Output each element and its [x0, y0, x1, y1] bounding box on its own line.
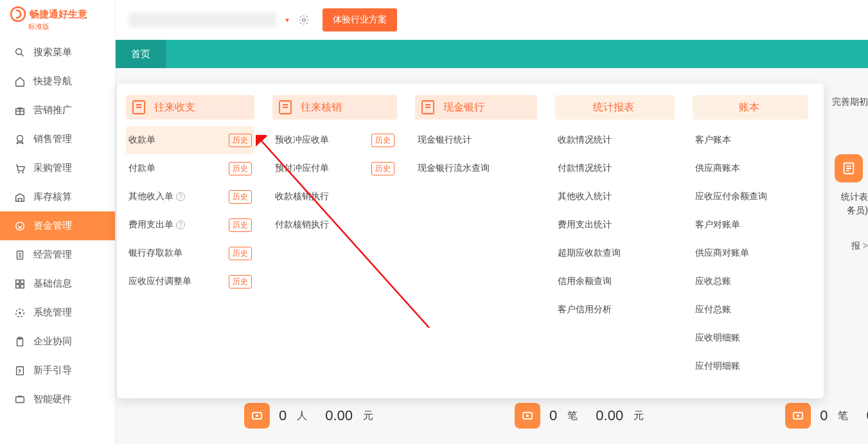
menu-item-label: 其他收入统计 — [558, 191, 612, 202]
history-badge[interactable]: 历史 — [229, 134, 252, 147]
sidebar-item-6[interactable]: 资金管理 — [0, 211, 115, 240]
hint-text: 务员) — [841, 204, 868, 217]
sidebar-item-9[interactable]: 系统管理 — [0, 298, 115, 327]
menu-item[interactable]: 应收明细账 — [693, 324, 808, 352]
history-badge[interactable]: 历史 — [229, 247, 252, 260]
sidebar-item-3[interactable]: 销售管理 — [0, 125, 115, 154]
warehouse-icon — [14, 191, 26, 203]
menu-item[interactable]: 其他收入单?历史 — [126, 182, 254, 211]
ledger-icon — [276, 98, 294, 116]
svg-point-18 — [303, 19, 306, 22]
sidebar-item-0[interactable]: 搜索菜单 — [0, 38, 115, 67]
sidebar-item-2[interactable]: 营销推广 — [0, 96, 115, 125]
history-badge[interactable]: 历史 — [229, 190, 252, 204]
gear-icon[interactable] — [298, 14, 310, 26]
tv-icon — [14, 394, 26, 405]
history-badge[interactable]: 历史 — [229, 162, 252, 175]
menu-item[interactable]: 应收应付余额查询 — [693, 182, 808, 211]
sidebar-item-12[interactable]: 智能硬件 — [0, 385, 115, 414]
svg-point-3 — [17, 135, 23, 141]
history-badge[interactable]: 历史 — [229, 218, 252, 232]
menu-item[interactable]: 收款核销执行 — [272, 182, 397, 211]
menu-item[interactable]: 客户账本 — [693, 126, 808, 154]
history-badge[interactable]: 历史 — [229, 275, 252, 289]
menu-item-label: 费用支出统计 — [558, 219, 612, 231]
history-badge[interactable]: 历史 — [371, 134, 394, 147]
mega-column-4: 账本客户账本供应商账本应收应付余额查询客户对账单供应商对账单应收总账应付总账应收… — [684, 95, 817, 380]
menu-item-label: 现金银行流水查询 — [418, 163, 490, 174]
brand-logo-icon — [10, 6, 26, 22]
menu-item[interactable]: 费用支出统计 — [555, 211, 675, 239]
doc-icon — [14, 249, 26, 261]
logo-block: 畅捷通好生意 标准版 — [0, 0, 115, 34]
hint-text: 统计表 — [841, 190, 868, 204]
mega-column-header: 账本 — [693, 95, 808, 120]
report-link[interactable]: 报 — [851, 240, 868, 252]
sidebar-item-10[interactable]: 企业协同 — [0, 327, 115, 356]
sidebar-item-8[interactable]: 基础信息 — [0, 269, 115, 298]
trial-plan-button[interactable]: 体验行业方案 — [323, 8, 397, 31]
menu-item-label: 现金银行统计 — [418, 134, 472, 146]
summary-card-0: 0人0.00元 — [244, 395, 373, 436]
menu-item[interactable]: 付款单历史 — [126, 154, 254, 182]
menu-item[interactable]: 其他收入统计 — [555, 182, 675, 211]
menu-item[interactable]: 现金银行流水查询 — [415, 154, 537, 182]
svg-point-0 — [11, 7, 25, 21]
mega-column-title: 现金银行 — [443, 101, 484, 114]
card-value: 0.00 — [596, 407, 623, 424]
menu-item-label: 供应商账本 — [695, 163, 740, 174]
menu-item-label: 应收应付调整单 — [128, 276, 191, 287]
sidebar-item-5[interactable]: 库存核算 — [0, 182, 115, 211]
chevron-down-icon[interactable]: ▾ — [285, 15, 289, 24]
clipboard-icon — [14, 336, 26, 348]
svg-rect-11 — [21, 284, 24, 287]
menu-item[interactable]: 银行存取款单历史 — [126, 239, 254, 267]
menu-item[interactable]: 供应商账本 — [693, 154, 808, 182]
menu-item-label: 银行存取款单 — [128, 247, 182, 259]
menu-item[interactable]: 供应商对账单 — [693, 239, 808, 267]
menu-item[interactable]: 收款单历史 — [126, 126, 254, 154]
sidebar-item-label: 采购管理 — [33, 162, 72, 174]
menu-item[interactable]: 预收冲应收单历史 — [272, 126, 397, 154]
svg-point-5 — [22, 172, 23, 173]
menu-item[interactable]: 应收总账 — [693, 267, 808, 296]
help-icon[interactable]: ? — [176, 192, 185, 201]
menu-item-label: 应付总账 — [695, 304, 731, 315]
menu-item[interactable]: 现金银行统计 — [415, 126, 537, 154]
report-icon[interactable] — [835, 154, 863, 182]
menu-item-label: 收款情况统计 — [558, 134, 612, 146]
menu-item-label: 付款单 — [128, 163, 155, 174]
sidebar-item-label: 资金管理 — [33, 220, 72, 232]
summary-card-1: 0笔0.00元 — [515, 395, 644, 436]
topbar: ▾ 体验行业方案 — [116, 0, 868, 40]
menu-item[interactable]: 应付总账 — [693, 296, 808, 324]
menu-item[interactable]: 客户对账单 — [693, 211, 808, 239]
sidebar-item-4[interactable]: 采购管理 — [0, 154, 115, 182]
menu-item[interactable]: 应收应付调整单历史 — [126, 267, 254, 296]
sidebar-item-11[interactable]: 新手引导 — [0, 356, 115, 385]
help-icon[interactable]: ? — [176, 220, 185, 229]
tab-home[interactable]: 首页 — [116, 40, 166, 68]
menu-item[interactable]: 收款情况统计 — [555, 126, 675, 154]
menu-item[interactable]: 客户信用分析 — [555, 296, 675, 324]
menu-item[interactable]: 超期应收款查询 — [555, 239, 675, 267]
menu-item-label: 客户对账单 — [695, 219, 740, 231]
menu-item-label: 客户账本 — [695, 134, 731, 146]
sidebar-item-1[interactable]: 快捷导航 — [0, 67, 115, 96]
history-badge[interactable]: 历史 — [371, 162, 394, 175]
sidebar-item-label: 智能硬件 — [33, 393, 72, 405]
svg-rect-8 — [16, 280, 19, 283]
menu-item[interactable]: 付款情况统计 — [555, 154, 675, 182]
menu-item[interactable]: 费用支出单?历史 — [126, 211, 254, 239]
svg-point-25 — [797, 414, 799, 417]
menu-item-label: 客户信用分析 — [558, 304, 612, 315]
svg-rect-9 — [21, 280, 24, 283]
menu-item[interactable]: 应付明细账 — [693, 352, 808, 380]
sidebar-item-label: 新手引导 — [33, 364, 72, 377]
card-icon — [515, 403, 540, 429]
menu-item[interactable]: 预付冲应付单历史 — [272, 154, 397, 182]
menu-item[interactable]: 付款核销执行 — [272, 211, 397, 239]
sidebar-item-7[interactable]: 经营管理 — [0, 240, 115, 269]
menu-item-label: 信用余额查询 — [558, 276, 612, 287]
menu-item[interactable]: 信用余额查询 — [555, 267, 675, 296]
